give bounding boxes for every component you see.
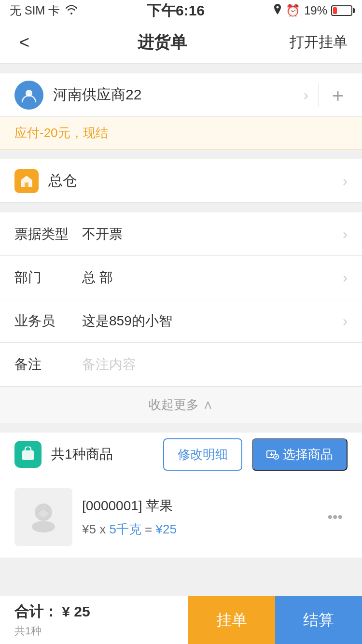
- product-item: [0000001] 苹果 ¥5 x 5千克 = ¥25 •••: [0, 476, 362, 558]
- product-header: 共1种商品 修改明细 选择商品: [0, 433, 362, 476]
- collapse-label: 收起更多 ∧: [149, 397, 213, 412]
- battery-text: 19%: [304, 4, 327, 17]
- total-value: ¥ 25: [62, 603, 90, 619]
- edit-detail-button[interactable]: 修改明细: [163, 438, 242, 471]
- status-bar: 无 SIM 卡 下午6:16 ⏰ 19%: [0, 0, 362, 21]
- product-title: 苹果: [146, 498, 173, 513]
- product-total: ¥25: [156, 522, 177, 536]
- total-label: 合计：: [14, 603, 58, 619]
- product-section-icon: [14, 441, 42, 468]
- open-pending-button[interactable]: 打开挂单: [290, 32, 348, 52]
- salesperson-value: 这是859的小智: [82, 312, 343, 330]
- form-row-department[interactable]: 部门 总 部 ›: [0, 256, 362, 299]
- remark-input[interactable]: 备注内容: [82, 355, 348, 374]
- carrier-text: 无 SIM 卡: [10, 3, 60, 18]
- status-right: ⏰ 19%: [273, 4, 352, 17]
- ticket-type-value: 不开票: [82, 225, 343, 243]
- alarm-icon: ⏰: [286, 4, 300, 17]
- total-section: 合计： ¥ 25 共1种: [0, 602, 188, 638]
- suspend-button[interactable]: 挂单: [188, 596, 275, 644]
- supplier-name: 河南供应商22: [53, 85, 304, 105]
- salesperson-label: 业务员: [14, 312, 72, 330]
- bottom-bar: 合计： ¥ 25 共1种 挂单 结算: [0, 596, 362, 644]
- supplier-section: 河南供应商22 › ＋ 应付-20元，现结: [0, 73, 362, 150]
- department-chevron-icon: ›: [343, 269, 348, 286]
- page-title: 进货单: [138, 31, 187, 54]
- svg-point-6: [32, 521, 55, 532]
- remark-label: 备注: [14, 355, 72, 374]
- notice-text: 应付-20元，现结: [14, 126, 108, 140]
- battery-icon: [331, 5, 352, 16]
- salesperson-chevron-icon: ›: [343, 313, 348, 329]
- section-gap-1: [0, 64, 362, 73]
- wifi-icon: [65, 4, 78, 17]
- settle-button[interactable]: 结算: [275, 596, 362, 644]
- warehouse-name: 总仓: [48, 171, 343, 191]
- svg-rect-2: [22, 450, 34, 460]
- select-product-button[interactable]: 选择商品: [252, 438, 348, 471]
- department-label: 部门: [14, 268, 72, 287]
- supplier-avatar: [14, 81, 43, 110]
- nav-bar: < 进货单 打开挂单: [0, 21, 362, 64]
- product-name: [0000001] 苹果: [82, 497, 313, 515]
- status-time: 下午6:16: [147, 1, 205, 21]
- form-row-ticket[interactable]: 票据类型 不开票 ›: [0, 212, 362, 256]
- supplier-divider: [318, 83, 319, 107]
- ticket-type-label: 票据类型: [14, 225, 72, 243]
- total-sub: 共1种: [14, 624, 174, 638]
- back-button[interactable]: <: [14, 28, 34, 57]
- product-section: 共1种商品 修改明细 选择商品 [0000001] 苹果: [0, 433, 362, 558]
- form-section: 票据类型 不开票 › 部门 总 部 › 业务员 这是859的小智 › 备注 备注…: [0, 212, 362, 423]
- warehouse-row[interactable]: 总仓 ›: [0, 159, 362, 203]
- svg-rect-1: [25, 182, 28, 187]
- section-gap-4: [0, 423, 362, 433]
- product-more-button[interactable]: •••: [322, 504, 348, 530]
- collapse-toggle[interactable]: 收起更多 ∧: [0, 386, 362, 423]
- department-value: 总 部: [82, 268, 343, 287]
- add-supplier-button[interactable]: ＋: [328, 82, 348, 108]
- unit-price: ¥5: [82, 522, 96, 536]
- warehouse-section: 总仓 ›: [0, 159, 362, 203]
- total-amount: 合计： ¥ 25: [14, 602, 174, 622]
- supplier-chevron-icon: ›: [304, 87, 308, 103]
- select-product-label: 选择商品: [283, 446, 333, 463]
- notice-banner: 应付-20元，现结: [0, 117, 362, 150]
- form-row-remark[interactable]: 备注 备注内容: [0, 343, 362, 386]
- ticket-type-chevron-icon: ›: [343, 226, 348, 242]
- status-left: 无 SIM 卡: [10, 3, 78, 18]
- supplier-row[interactable]: 河南供应商22 › ＋: [0, 73, 362, 117]
- product-thumbnail: [14, 488, 72, 546]
- location-icon: [273, 4, 282, 17]
- form-row-salesperson[interactable]: 业务员 这是859的小智 ›: [0, 299, 362, 343]
- product-count: 共1种商品: [51, 445, 153, 463]
- product-code: [0000001]: [82, 498, 142, 513]
- warehouse-chevron-icon: ›: [343, 173, 348, 189]
- section-gap-3: [0, 203, 362, 212]
- product-price: ¥5 x 5千克 = ¥25: [82, 521, 313, 538]
- product-qty: 5千克: [109, 522, 141, 536]
- product-info: [0000001] 苹果 ¥5 x 5千克 = ¥25: [82, 497, 313, 538]
- section-gap-2: [0, 150, 362, 159]
- warehouse-icon: [14, 169, 39, 193]
